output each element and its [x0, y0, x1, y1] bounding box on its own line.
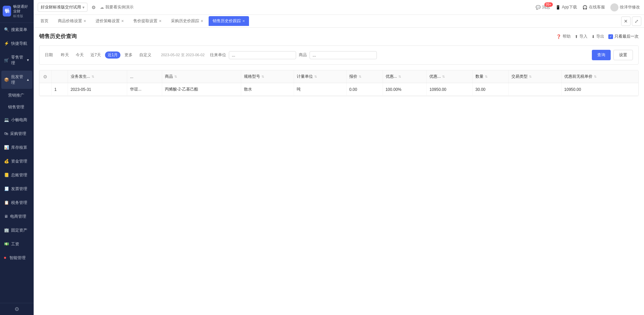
last-only-checkbox[interactable]: ✓ 只看最后一次	[608, 34, 639, 39]
online-service-button[interactable]: 🎧 在线客服	[582, 4, 605, 10]
sort-icon-discount-price: ⇅	[442, 75, 445, 78]
fixed-assets-icon: 🏢	[4, 228, 9, 233]
sort-icon-discount-rate: ⇅	[398, 75, 401, 78]
wholesale-icon: 📦	[4, 77, 9, 82]
date-opt-custom[interactable]: 自定义	[137, 51, 154, 59]
sort-icon-price: ⇅	[359, 75, 361, 78]
source-unit-input[interactable]: ...	[229, 51, 296, 59]
date-label: 日期	[45, 52, 53, 58]
user-name: 徐泽华修改	[620, 4, 640, 10]
tab-purchase-strategy[interactable]: 进价策略设置 ✕	[92, 16, 128, 26]
message-icon: 💬	[536, 5, 541, 10]
messages-button[interactable]: 💬 消息 99+	[536, 4, 550, 10]
sidebar-item-ecommerce-small[interactable]: 💻 小畅电商	[1, 114, 32, 126]
tab-purchase-history-close-icon[interactable]: ✕	[201, 19, 203, 23]
tab-sale-extract[interactable]: 售价提取设置 ✕	[129, 16, 166, 26]
product-input[interactable]: ...	[310, 51, 377, 59]
tab-sales-history[interactable]: 销售历史价跟踪 ✕	[209, 16, 249, 26]
tab-expand-button[interactable]: ⤢	[632, 16, 641, 26]
th-no-tax-price[interactable]: 优惠前无税单价 ⇅	[561, 70, 638, 83]
topbar-gear-icon[interactable]: ⚙	[90, 3, 97, 11]
th-discount-price[interactable]: 优惠... ⇅	[427, 70, 472, 83]
sidebar-item-retail[interactable]: 🛒 零售管理 ▼	[1, 51, 32, 69]
sidebar-item-inventory[interactable]: 📊 库存核算	[1, 141, 32, 154]
date-opt-today[interactable]: 今天	[73, 51, 86, 59]
app-download-icon: 📱	[556, 5, 561, 10]
tab-sale-extract-close-icon[interactable]: ✕	[159, 19, 162, 23]
th-gear: ⚙	[39, 70, 51, 83]
sidebar-item-invoice[interactable]: 🧾 发票管理	[1, 183, 32, 195]
th-spec[interactable]: 规格型号 ⇅	[241, 70, 294, 83]
demo-link[interactable]: ☁ 我要看实例演示	[100, 4, 134, 10]
demo-label: 我要看实例演示	[105, 4, 134, 10]
date-opt-1month[interactable]: 近1月	[105, 51, 121, 59]
column-gear-icon[interactable]: ⚙	[43, 74, 47, 79]
th-qty[interactable]: 数量 ⇅	[472, 70, 509, 83]
tab-bar: 首页 商品价格设置 ✕ 进价策略设置 ✕ 售价提取设置 ✕ 采购历史价跟踪 ✕ …	[34, 15, 644, 28]
tab-purchase-history[interactable]: 采购历史价跟踪 ✕	[167, 16, 207, 26]
th-date[interactable]: 业务发生... ⇅	[68, 70, 127, 83]
logo-text: 畅捷通好业财 标准版	[13, 4, 31, 19]
data-table-container: ⚙ 业务发生... ⇅ ...	[39, 70, 639, 96]
table-row[interactable]: 1 2023-05-31 华谊... 丙烯酸-2-乙基己酯 散水 吨 0.00 …	[39, 83, 638, 96]
tab-sales-history-close-icon[interactable]: ✕	[242, 19, 245, 23]
inventory-icon: 📊	[4, 145, 9, 150]
sidebar-item-marketing[interactable]: 营销推广	[1, 90, 32, 101]
sidebar-item-quick-nav[interactable]: ⚡ 快捷导航	[1, 37, 32, 50]
th-product[interactable]: 商品 ⇅	[162, 70, 241, 83]
sidebar-item-ecommerce[interactable]: 🖥 电商管理	[1, 210, 32, 223]
cell-more: 华谊...	[127, 83, 162, 96]
tab-purchase-strategy-close-icon[interactable]: ✕	[121, 19, 124, 23]
sort-icon-spec: ⇅	[261, 75, 264, 78]
sort-icon-qty: ⇅	[485, 75, 488, 78]
setting-button[interactable]: 设置	[613, 50, 633, 60]
help-link[interactable]: ❓ 帮助	[556, 34, 571, 39]
date-opt-more[interactable]: 更多	[122, 51, 135, 59]
query-button[interactable]: 查询	[592, 50, 611, 60]
table-header-row: ⚙ 业务发生... ⇅ ...	[39, 70, 638, 83]
filter-area: 日期 昨天 今天 近7天 近1月 更多 自定义 2023-05-02 至 202…	[39, 45, 639, 65]
settings-gear-icon[interactable]: ⚙	[14, 306, 19, 312]
sidebar-item-search[interactable]: 🔍 搜索菜单	[1, 24, 32, 36]
sort-icon-unit: ⇅	[314, 75, 317, 78]
th-discount-rate[interactable]: 优惠... ⇅	[383, 70, 427, 83]
export-icon: ⬇	[592, 34, 595, 39]
th-trade-type[interactable]: 交易类型 ⇅	[509, 70, 561, 83]
cell-spec: 散水	[241, 83, 294, 96]
cell-no-tax-price: 10950.00	[561, 83, 638, 96]
tab-price[interactable]: 商品价格设置 ✕	[54, 16, 90, 26]
th-more[interactable]: ...	[127, 70, 162, 83]
invoice-icon: 🧾	[4, 186, 9, 191]
import-icon: ⬆	[575, 34, 578, 39]
tab-price-close-icon[interactable]: ✕	[83, 19, 86, 23]
tabbar-controls: ✕ ⤢	[621, 16, 641, 26]
chevron-down-icon: ▼	[26, 58, 30, 62]
user-menu[interactable]: 徐泽华修改	[610, 3, 640, 11]
tab-close-button[interactable]: ✕	[621, 16, 631, 26]
version-selector[interactable]: 好业财标准版交付试用 ▾	[38, 3, 87, 12]
th-unit[interactable]: 计量单位 ⇅	[294, 70, 346, 83]
app-download-button[interactable]: 📱 App下载	[556, 4, 577, 10]
date-opt-yesterday[interactable]: 昨天	[58, 51, 72, 59]
main-area: 好业财标准版交付试用 ▾ ⚙ ☁ 我要看实例演示 💬 消息 99+ 📱 App下…	[34, 0, 644, 315]
sidebar-item-fixed-assets[interactable]: 🏢 固定资产	[1, 224, 32, 237]
sidebar-item-tax[interactable]: 📋 税务管理	[1, 197, 32, 209]
ecommerce-small-icon: 💻	[4, 117, 9, 122]
cell-date: 2023-05-31	[68, 83, 127, 96]
date-opt-7days[interactable]: 近7天	[88, 51, 104, 59]
tab-home[interactable]: 首页	[36, 16, 52, 26]
retail-icon: 🛒	[4, 58, 9, 63]
sidebar-item-payroll[interactable]: 💵 工资	[1, 238, 32, 250]
export-link[interactable]: ⬇ 导出	[592, 34, 604, 39]
sidebar-item-finance[interactable]: 💰 资金管理	[1, 155, 32, 168]
sidebar-item-sales[interactable]: 销售管理	[1, 102, 32, 113]
sidebar-item-smart[interactable]: 智能管理	[1, 252, 32, 264]
sidebar-item-wholesale[interactable]: 📦 批发管理 ▲	[1, 71, 32, 89]
sidebar-item-ledger[interactable]: 📒 总账管理	[1, 169, 32, 181]
cell-product: 丙烯酸-2-乙基己酯	[162, 83, 241, 96]
th-price[interactable]: 报价 ⇅	[346, 70, 383, 83]
topbar: 好业财标准版交付试用 ▾ ⚙ ☁ 我要看实例演示 💬 消息 99+ 📱 App下…	[34, 0, 644, 15]
sidebar-item-purchase[interactable]: 🛍 采购管理	[1, 128, 32, 140]
import-link[interactable]: ⬆ 导入	[575, 34, 587, 39]
page-header: 销售历史价查询 ❓ 帮助 ⬆ 导入 ⬇ 导出 ✓ 只看最后一次	[39, 33, 639, 40]
